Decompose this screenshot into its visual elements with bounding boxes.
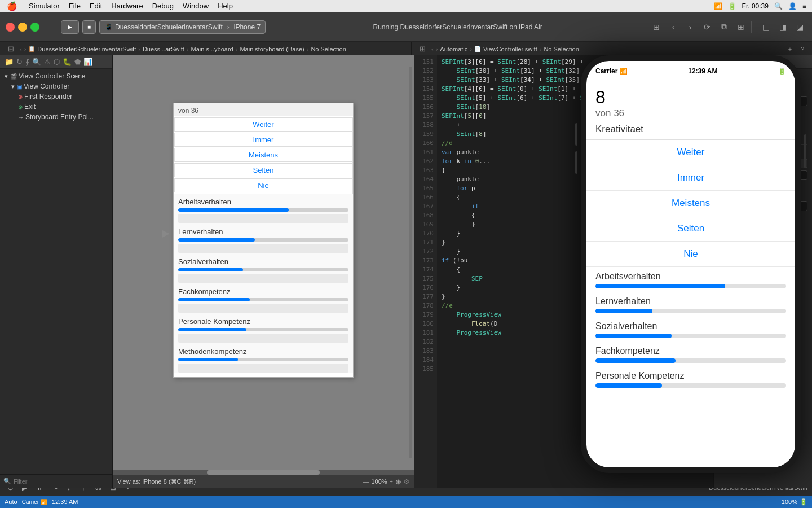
code-text-area[interactable]: SEPInt[3][0] = SEInt[28] + SEInt[29] + S… [437, 55, 713, 488]
inspector-tab-quick[interactable]: ⚡ [731, 58, 740, 66]
inspector-relative-label: Relative to [718, 160, 748, 167]
inspector-path-value[interactable]: ViewController.swift [718, 170, 807, 180]
menu-window[interactable]: Window [178, 2, 213, 10]
storyboard-editor: von 36 Weiter Immer Meistens Selten Nie … [113, 55, 414, 488]
sb-btn-nie[interactable]: Nie [174, 178, 352, 192]
apple-menu[interactable]: 🍎 [0, 1, 24, 11]
breadcrumb-storyboard2[interactable]: Main.storyboard (Base) [240, 46, 304, 52]
more-options[interactable]: ⚙ [404, 478, 409, 485]
fit-btn[interactable]: ⊕ [395, 478, 401, 486]
user-icon[interactable]: 👤 [788, 2, 797, 10]
back-button[interactable]: ‹ [667, 20, 680, 34]
time-bottom: 12:39 AM [52, 498, 78, 505]
sb-score: von 36 [174, 103, 353, 116]
file-icon[interactable]: 📁 [3, 56, 15, 67]
symbol-icon[interactable]: ∮ [24, 56, 30, 67]
breadcrumb-filename[interactable]: ViewController.swift [483, 46, 537, 52]
debug-panel-toggle[interactable]: ◨ [776, 20, 789, 34]
inspector-panel-toggle[interactable]: ◪ [793, 20, 806, 34]
inspector-type-label: Type [718, 111, 732, 117]
source-control-icon[interactable]: ↻ [15, 56, 24, 67]
grid-icon[interactable]: ⊞ [7, 43, 15, 54]
scene-icon: 🎬 [10, 73, 17, 80]
nav-item-entry-point[interactable]: → Storyboard Entry Poi... [0, 112, 112, 122]
menu-help[interactable]: Help [213, 2, 237, 10]
breadcrumb-nosel2[interactable]: No Selection [544, 46, 579, 52]
nav-item-exit[interactable]: ⊗ Exit [0, 102, 112, 112]
forward-button[interactable]: › [683, 20, 697, 34]
inspector-relative-value[interactable]: Group [751, 159, 807, 168]
sb-btn-meistens[interactable]: Meistens [174, 148, 352, 162]
sb-score-label: von 36 [178, 107, 198, 115]
scheme-selector[interactable]: 📱 DuesseldorferSchuelerinventarSwift › i… [99, 20, 266, 34]
filter-input[interactable] [14, 478, 109, 485]
breakpoint-icon[interactable]: ⬟ [73, 56, 82, 67]
window-maximize-button[interactable] [30, 23, 39, 32]
sb-btn-weiter[interactable]: Weiter [174, 117, 352, 132]
stop-button[interactable]: ■ [82, 20, 96, 34]
inspector-tab-file[interactable]: 📄 [718, 58, 727, 66]
vertical-scrollbar[interactable] [409, 67, 412, 458]
report-icon[interactable]: 📊 [82, 56, 94, 67]
build-status: Running DuesseldorferSchuelerinventarSwi… [269, 23, 646, 31]
breadcrumb-project[interactable]: DuesseldorferSchuelerinventarSwift [37, 46, 136, 52]
assistant-editor[interactable]: ⊞ [734, 20, 748, 34]
inspector-name-label: Name [718, 86, 735, 93]
inspector-locale-value[interactable]: 4 [791, 201, 807, 211]
grid-icon-right[interactable]: ⊞ [418, 43, 427, 54]
project-navigator: 📁 ↻ ∮ 🔍 ⚠ ⬡ 🐛 ⬟ 📊 ▾ 🎬 View Controller Sc… [0, 55, 113, 488]
list-icon[interactable]: ≡ [802, 2, 806, 10]
sb-btn-immer[interactable]: Immer [174, 133, 352, 147]
help-button[interactable]: ? [797, 44, 807, 54]
nav-tree: ▾ 🎬 View Controller Scene ▾ ▣ View Contr… [0, 69, 112, 474]
inspector-tab-help[interactable]: ? [744, 58, 748, 66]
breadcrumb-separator-1: › [24, 46, 27, 52]
nav-item-vc[interactable]: ▾ ▣ View Controller [0, 81, 112, 91]
inspector-name-value[interactable]: ViewController.swift [718, 96, 807, 106]
scheme-name: DuesseldorferSchuelerinventarSwift [115, 23, 223, 31]
zoom-in-btn[interactable]: + [390, 478, 393, 485]
breadcrumb-nosel[interactable]: No Selection [311, 46, 346, 52]
refresh-icon[interactable]: ⟳ [700, 20, 714, 34]
code-editor: 151152153154155 156157158159160 16116216… [414, 55, 713, 488]
inspector-panel: 📄 ⚡ ? Identity and Type Name ViewControl… [713, 55, 812, 488]
test-icon[interactable]: ⬡ [52, 56, 61, 67]
breadcrumb-auto[interactable]: Automatic [440, 46, 467, 52]
sb-btn-selten[interactable]: Selten [174, 163, 352, 177]
debug-icon[interactable]: 🐛 [61, 56, 73, 67]
split-editor[interactable]: ⧉ [717, 20, 731, 34]
carrier-bottom: Carrier 📶 [22, 499, 47, 505]
storyboard-device-frame: von 36 Weiter Immer Meistens Selten Nie … [173, 103, 354, 378]
code-content: 151152153154155 156157158159160 16116216… [414, 55, 713, 488]
horizontal-scrollbar-thumb[interactable] [207, 470, 320, 475]
menu-hardware[interactable]: Hardware [107, 2, 147, 10]
zoom-out-btn[interactable]: — [363, 478, 369, 485]
inspector-type-value[interactable]: Default - Swift Source [718, 121, 775, 138]
breadcrumb-storyboard1[interactable]: Main.s...yboard [191, 46, 233, 52]
storyboard-breadcrumb: ⊞ ‹ › 📋 DuesseldorferSchuelerinventarSwi… [0, 42, 412, 55]
menu-debug[interactable]: Debug [148, 2, 178, 10]
menu-edit[interactable]: Edit [85, 2, 107, 10]
view-as-label[interactable]: View as: iPhone 8 (⌘C ⌘R) [117, 478, 196, 485]
run-button[interactable]: ▶ [61, 20, 79, 34]
filter-bar: 🔍 [0, 474, 112, 488]
breadcrumb-separator-0: ‹ [20, 46, 22, 52]
menu-file[interactable]: File [64, 2, 85, 10]
window-close-button[interactable] [6, 23, 15, 32]
sb-cat-sozialverhalten: Sozialverhalten [174, 254, 353, 267]
navigator-toggle[interactable]: ⊞ [650, 20, 663, 34]
breadcrumb-swift[interactable]: Duess...arSwift [143, 46, 184, 52]
window-minimize-button[interactable] [18, 23, 27, 32]
nav-item-first-responder[interactable]: ⊕ First Responder [0, 91, 112, 102]
search-icon[interactable]: 🔍 [774, 2, 783, 10]
nav-item-scene[interactable]: ▾ 🎬 View Controller Scene [0, 71, 112, 81]
sb-cat-fachkompetenz: Fachkompetenz [174, 284, 353, 297]
nav-item-scene-label: View Controller Scene [19, 72, 86, 80]
menu-simulator[interactable]: Simulator [24, 2, 64, 10]
navigator-panel-toggle[interactable]: ◫ [759, 20, 773, 34]
menubar-right: 📶 🔋 Fr. 00:39 🔍 👤 ≡ [714, 2, 812, 10]
issue-icon[interactable]: ⚠ [43, 56, 52, 67]
storyboard-canvas[interactable]: von 36 Weiter Immer Meistens Selten Nie … [113, 55, 414, 470]
find-icon[interactable]: 🔍 [31, 56, 42, 67]
add-tab-button[interactable]: + [785, 44, 795, 54]
